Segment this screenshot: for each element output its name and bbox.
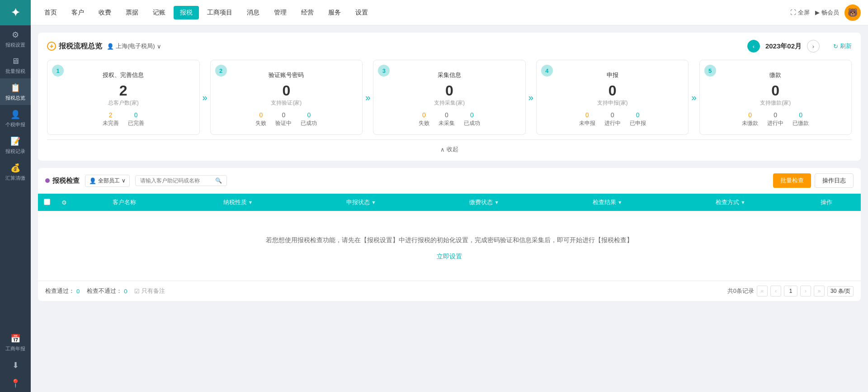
nav-client[interactable]: 客户 <box>65 6 90 19</box>
setup-link[interactable]: 立即设置 <box>437 253 462 260</box>
empty-text: 若您想使用报税检查功能，请先在【报税设置】中进行报税的初始化设置，完成密码验证和… <box>43 234 855 246</box>
prev-page-button[interactable]: ‹ <box>770 286 781 296</box>
filter-method-icon[interactable]: ▼ <box>741 200 745 205</box>
sidebar-item-baoshuizonglan[interactable]: 📋 报税总览 <box>0 78 31 105</box>
batch-check-button[interactable]: 批量检查 <box>773 173 811 188</box>
next-page-button[interactable]: › <box>800 286 811 296</box>
nav-service[interactable]: 服务 <box>322 6 347 19</box>
step-stat-mid-4: 0 进行中 <box>604 111 621 127</box>
nav-mgmt[interactable]: 管理 <box>268 6 293 19</box>
step-label-3: 支持采集(家) <box>381 99 518 107</box>
sidebar-item-baoshuishezhi[interactable]: ⚙ 报税设置 <box>0 25 31 52</box>
fullscreen-button[interactable]: ⛶ 全屏 <box>790 9 810 17</box>
step-title-2: 验证账号密码 <box>218 71 355 79</box>
header-gear-col: ⚙ <box>56 194 72 211</box>
step-label-5: 支持缴款(家) <box>707 99 844 107</box>
search-box: 🔍 <box>135 175 227 186</box>
filter-result-icon[interactable]: ▼ <box>618 200 623 205</box>
step-count-2: 0 <box>218 82 355 99</box>
step-stat-fail-2: 0 失败 <box>255 111 266 127</box>
checkbox-icon: ☑ <box>134 288 140 295</box>
step-card-2: 2 验证账号密码 0 支持验证(家) 0 失败 0 验证中 <box>210 60 363 135</box>
per-page-selector[interactable]: 30 条/页 <box>827 286 854 296</box>
step-stat-success-2: 0 已成功 <box>301 111 317 127</box>
collapse-button[interactable]: ∧ 收起 <box>47 139 852 153</box>
refresh-icon: ↻ <box>833 43 838 50</box>
step-stat-fail-4: 0 未申报 <box>579 111 595 127</box>
step-stats-2: 0 失败 0 验证中 0 已成功 <box>218 111 355 127</box>
nav-fees[interactable]: 收费 <box>92 6 118 19</box>
step-stat-fail-5: 0 未缴款 <box>742 111 758 127</box>
arrow-4-5: » <box>689 60 699 135</box>
search-icon[interactable]: 🔍 <box>215 177 222 184</box>
sidebar-item-location[interactable]: 📍 <box>0 374 31 392</box>
main-area: 首页 客户 收费 票据 记账 报税 工商项目 消息 管理 经营 服务 设置 ⛶ … <box>31 0 868 392</box>
staff-filter-icon: 👤 <box>89 177 96 184</box>
footer-fail-value[interactable]: 0 <box>124 288 127 295</box>
sv-fail-2: 0 <box>259 111 263 119</box>
overview-panel: + 报税流程总览 👤 上海(电子税局) ∨ ‹ 2023年02月 › ↻ 刷新 <box>38 33 861 161</box>
sidebar-item-pilianbaoshu[interactable]: 🖥 批量报税 <box>0 52 31 78</box>
step-stat-fail-label-1: 未完善 <box>103 120 119 127</box>
sidebar-item-baoshujilu[interactable]: 📝 报税记录 <box>0 132 31 158</box>
search-input[interactable] <box>140 177 212 184</box>
sidebar-item-huisuanqingshu[interactable]: 💰 汇算清缴 <box>0 158 31 185</box>
sidebar-item-download[interactable]: ⬇ <box>0 356 31 374</box>
footer-note-label: 只有备注 <box>142 287 165 295</box>
sidebar-label-gongshangnianbaо: 工商年报 <box>5 345 25 352</box>
header-checkbox-col <box>38 194 56 211</box>
step-stats-1: 2 未完善 0 已完善 <box>55 111 192 127</box>
refresh-button[interactable]: ↻ 刷新 <box>833 42 852 50</box>
arrow-3-4: » <box>526 60 536 135</box>
first-page-button[interactable]: « <box>757 286 768 296</box>
footer-pass-value[interactable]: 0 <box>76 288 80 295</box>
chevron-down-icon: ∨ <box>157 43 161 50</box>
nav-msg[interactable]: 消息 <box>241 6 266 19</box>
table-header-row: ⚙ 客户名称 纳税性质 ▼ <box>38 194 861 211</box>
header-checkbox[interactable] <box>44 199 50 205</box>
filter-declare-icon[interactable]: ▼ <box>371 200 376 205</box>
staff-filter-dropdown[interactable]: 👤 全部员工 ∨ <box>85 175 130 187</box>
panel-title: + 报税流程总览 <box>47 42 102 51</box>
pagination: 共0条记录 « ‹ 1 › » 30 条/页 <box>727 286 854 296</box>
check-title-text: 报税检查 <box>52 177 80 185</box>
footer-fail-label: 检查不通过： <box>87 287 122 295</box>
sidebar-label-geshenbaoshu: 个税申报 <box>5 121 25 128</box>
check-dot-icon <box>45 178 50 183</box>
nav-tax[interactable]: 报税 <box>174 6 199 19</box>
step-card-3: 3 采集信息 0 支持采集(家) 0 失败 0 未采集 <box>373 60 526 135</box>
nav-ops[interactable]: 经营 <box>295 6 320 19</box>
gear-icon[interactable]: ⚙ <box>61 199 67 206</box>
chevron-down-icon: ∨ <box>122 177 126 184</box>
last-page-button[interactable]: » <box>814 286 825 296</box>
filter-pay-icon[interactable]: ▼ <box>494 200 499 205</box>
vip-button[interactable]: ▶ 畅会员 <box>815 9 839 17</box>
nav-bookkeeping[interactable]: 记账 <box>146 6 172 19</box>
prev-month-button[interactable]: ‹ <box>747 40 760 53</box>
nav-settings[interactable]: 设置 <box>349 6 374 19</box>
sidebar-item-gongshangnianbaо[interactable]: 📅 工商年报 <box>0 329 31 356</box>
fullscreen-label: 全屏 <box>798 9 810 17</box>
step-stat-success-5: 0 已缴款 <box>793 111 809 127</box>
nav-home[interactable]: 首页 <box>38 6 63 19</box>
step-title-3: 采集信息 <box>381 71 518 79</box>
step-count-1: 2 <box>55 82 192 99</box>
step-stat-success-label-1: 已完善 <box>128 120 144 127</box>
sidebar-item-geshenbaoshu[interactable]: 👤 个税申报 <box>0 105 31 132</box>
location-person-icon: 👤 <box>107 43 114 50</box>
sidebar-label-baoshujilu: 报税记录 <box>5 148 25 155</box>
filter-tax-icon[interactable]: ▼ <box>248 200 253 205</box>
step-num-5: 5 <box>704 65 716 76</box>
step-title-5: 缴款 <box>707 71 844 79</box>
step-title-4: 申报 <box>544 71 681 79</box>
nav-invoice[interactable]: 票据 <box>119 6 145 19</box>
location-tag[interactable]: 👤 上海(电子税局) ∨ <box>107 42 161 50</box>
check-header: 报税检查 👤 全部员工 ∨ 🔍 批量检查 操作日志 <box>38 168 861 194</box>
location-icon: 📍 <box>10 378 20 388</box>
user-avatar[interactable]: 🐻 <box>844 5 861 21</box>
nav-biz[interactable]: 工商项目 <box>201 6 239 19</box>
next-month-button[interactable]: › <box>807 40 820 53</box>
step-label-4: 支持申报(家) <box>544 99 681 107</box>
overview-title: 报税流程总览 <box>59 42 102 51</box>
operation-log-button[interactable]: 操作日志 <box>815 173 854 188</box>
